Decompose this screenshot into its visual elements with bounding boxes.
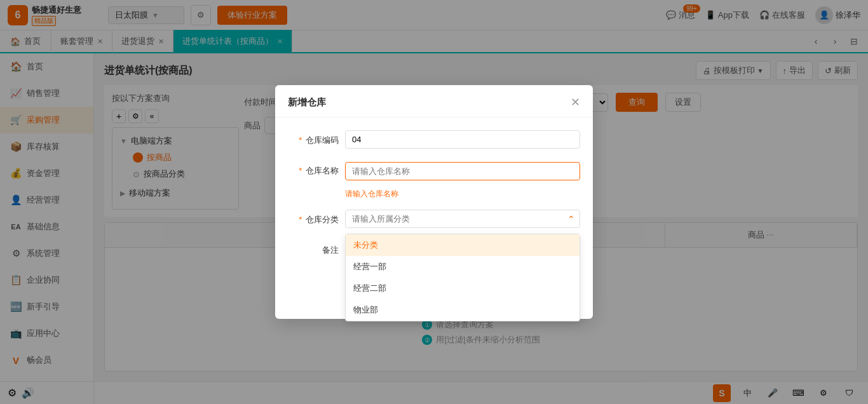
dropdown-item-1[interactable]: 经营一部 (346, 256, 580, 278)
code-input[interactable] (345, 130, 580, 149)
category-arrow-icon[interactable]: ⌃ (567, 214, 575, 224)
category-label: * 仓库分类 (288, 210, 339, 230)
modal-close-btn[interactable]: ✕ (571, 95, 580, 109)
required-star-cat: * (299, 215, 302, 224)
category-select-wrap: ⌃ 未分类 经营一部 经营二部 物业部 (345, 210, 580, 228)
category-dropdown: 未分类 经营一部 经营二部 物业部 (345, 234, 580, 321)
modal-header: 新增仓库 ✕ (275, 85, 593, 118)
dropdown-item-2[interactable]: 经营二部 (346, 278, 580, 299)
dropdown-item-3[interactable]: 物业部 (346, 299, 580, 321)
category-input[interactable] (345, 210, 580, 228)
required-star-name: * (299, 166, 302, 175)
name-label: * 仓库名称 (288, 161, 339, 181)
dropdown-item-0[interactable]: 未分类 (346, 234, 580, 256)
modal-title: 新增仓库 (288, 97, 326, 109)
form-row-name: * 仓库名称 请输入仓库名称 (288, 161, 580, 199)
name-error-msg: 请输入仓库名称 (345, 189, 398, 198)
code-label: * 仓库编码 (288, 130, 339, 151)
note-label-text: 备注 (322, 245, 339, 255)
modal-overlay[interactable]: 新增仓库 ✕ * 仓库编码 * 仓库名称 (0, 0, 868, 404)
name-input[interactable] (345, 162, 580, 180)
required-star-code: * (299, 135, 302, 145)
modal-add-warehouse: 新增仓库 ✕ * 仓库编码 * 仓库名称 (275, 85, 593, 319)
name-label-text: 仓库名称 (306, 166, 339, 175)
modal-body: * 仓库编码 * 仓库名称 请输入仓库名称 (275, 118, 593, 283)
form-row-category: * 仓库分类 ⌃ 未分类 经营一部 经营二部 物业部 (288, 210, 580, 230)
code-label-text: 仓库编码 (306, 135, 339, 145)
category-label-text: 仓库分类 (306, 215, 339, 224)
form-row-code: * 仓库编码 (288, 130, 580, 151)
note-label: 备注 (288, 240, 339, 260)
